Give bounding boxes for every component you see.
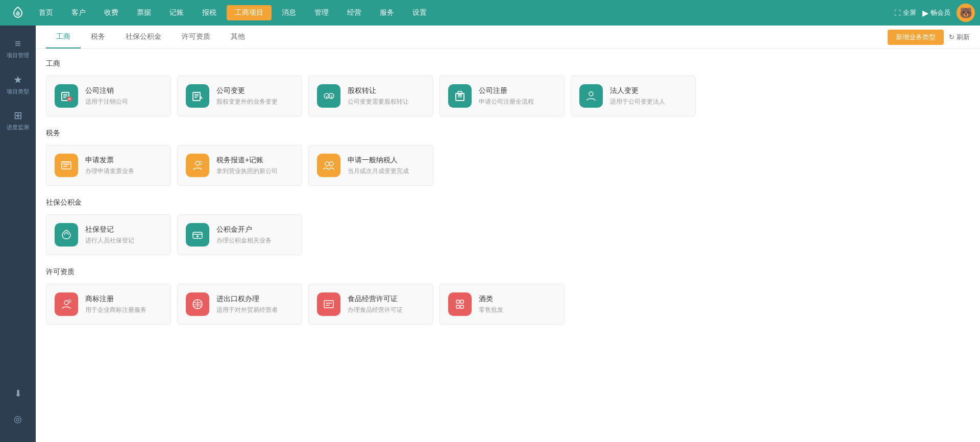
svg-rect-22 [62, 162, 71, 164]
section-shuiwu: 税务 申请发票 办理申请发票 [46, 129, 970, 186]
svg-point-26 [325, 162, 329, 166]
card-title-company-change: 公司变更 [216, 86, 278, 95]
sidebar-download-icon[interactable]: ⬇ [0, 381, 36, 406]
card-company-change[interactable]: 公司变更 股权变更外的业务变更 [177, 76, 302, 116]
cards-grid-shebao: 社保登记 进行人员社保登记 公积 [46, 214, 970, 255]
scroll-content[interactable]: 工商 [36, 49, 980, 442]
card-desc-apply-invoice: 办理申请发票业务 [85, 167, 134, 176]
svg-rect-6 [193, 92, 200, 101]
logo [5, 0, 31, 26]
card-desc-tax-account: 拿到营业执照的新公司 [216, 167, 278, 176]
svg-rect-42 [460, 300, 463, 303]
tab-gongshang[interactable]: 工商 [46, 26, 81, 48]
card-title-equity-transfer: 股权转让 [348, 86, 409, 95]
card-provident-fund[interactable]: 公积金开户 办理公积金相关业务 [177, 214, 302, 255]
section-gongshang: 工商 [46, 59, 970, 116]
nav-bizproject[interactable]: 工商项目 [227, 5, 272, 20]
card-icon-provident-fund [186, 223, 209, 247]
sidebar-item-project-type[interactable]: ★ 项目类型 [0, 66, 36, 102]
card-title-liquor: 酒类 [479, 294, 503, 304]
sidebar-settings-icon[interactable]: ◎ [0, 406, 36, 432]
refresh-button[interactable]: ↻ 刷新 [949, 33, 970, 42]
svg-rect-43 [456, 305, 459, 308]
nav-home[interactable]: 首页 [31, 5, 61, 20]
card-title-food-license: 食品经营许可证 [348, 294, 403, 304]
card-legal-change[interactable]: 法人变更 适用于公司变更法人 [571, 76, 696, 116]
project-manage-icon: ≡ [15, 38, 21, 50]
tab-other[interactable]: 其他 [220, 26, 255, 48]
nav-operation[interactable]: 经营 [339, 5, 370, 20]
card-food-license[interactable]: 食品经营许可证 办理食品经营许可证 [308, 284, 433, 325]
tab-xuke[interactable]: 许可资质 [172, 26, 220, 48]
nav-message[interactable]: 消息 [274, 5, 304, 20]
card-desc-liquor: 零售批发 [479, 306, 503, 314]
card-title-company-register: 公司注册 [479, 86, 534, 95]
card-general-taxpayer[interactable]: 申请一般纳税人 当月或次月成变更完成 [308, 145, 433, 186]
section-title-shebao: 社保公积金 [46, 198, 970, 207]
card-desc-trademark: 用于企业商标注册服务 [85, 306, 146, 314]
card-icon-import-export [186, 292, 209, 316]
progress-monitor-icon: ⊞ [14, 109, 22, 121]
card-title-social-insurance: 社保登记 [85, 225, 134, 234]
card-tax-account[interactable]: + 税务报道+记账 拿到营业执照的新公司 [177, 145, 302, 186]
card-equity-transfer[interactable]: ¥ $ 股权转让 公司变更需要股权转让 [308, 76, 433, 116]
card-title-legal-change: 法人变更 [610, 86, 665, 95]
project-type-icon: ★ [13, 73, 22, 86]
fullscreen-button[interactable]: ⛶ 全屏 [894, 8, 916, 17]
card-title-general-taxpayer: 申请一般纳税人 [348, 156, 409, 165]
vip-icon: ▶ [922, 8, 928, 18]
svg-text:¥: ¥ [325, 94, 328, 99]
vip-button[interactable]: ▶ 畅会员 [922, 8, 950, 18]
card-icon-equity-transfer: ¥ $ [317, 84, 340, 108]
card-import-export[interactable]: 进出口权办理 适用于对外贸易经营者 [177, 284, 302, 325]
tab-shuiwu[interactable]: 税务 [81, 26, 115, 48]
card-title-company-cancel: 公司注销 [85, 86, 128, 95]
tab-shebao[interactable]: 社保公积金 [115, 26, 172, 48]
card-liquor[interactable]: 酒类 零售批发 [439, 284, 565, 325]
top-navigation: 首页 客户 收费 票据 记账 报税 工商项目 消息 管理 经营 服务 设置 ⛶ … [0, 0, 980, 26]
nav-tax[interactable]: 报税 [194, 5, 225, 20]
avatar[interactable]: 🐻 [957, 4, 975, 22]
card-company-register[interactable]: 公司注册 申请公司注册全流程 [439, 76, 565, 116]
refresh-icon: ↻ [949, 33, 954, 41]
card-icon-social-insurance [55, 223, 78, 247]
svg-text:$: $ [330, 94, 333, 99]
top-nav-right: ⛶ 全屏 ▶ 畅会员 🐻 [894, 4, 975, 22]
left-sidebar: ≡ 项目管理 ★ 项目类型 ⊞ 进度监测 ⬇ ◎ [0, 26, 36, 442]
main-layout: ≡ 项目管理 ★ 项目类型 ⊞ 进度监测 ⬇ ◎ 工商 税务 社保公积金 许可资… [0, 26, 980, 442]
nav-client[interactable]: 客户 [63, 5, 94, 20]
nav-fee[interactable]: 收费 [96, 5, 127, 20]
nav-manage[interactable]: 管理 [306, 5, 337, 20]
card-icon-general-taxpayer [317, 154, 340, 177]
section-xuke: 许可资质 商标注册 [46, 267, 970, 325]
card-desc-company-change: 股权变更外的业务变更 [216, 97, 278, 106]
svg-text:+: + [200, 162, 202, 165]
top-nav-menu: 首页 客户 收费 票据 记账 报税 工商项目 消息 管理 经营 服务 设置 [31, 5, 894, 20]
nav-bill[interactable]: 票据 [129, 5, 159, 20]
svg-point-30 [197, 235, 199, 237]
sidebar-item-project-manage[interactable]: ≡ 项目管理 [0, 31, 36, 66]
card-title-apply-invoice: 申请发票 [85, 156, 134, 165]
new-type-button[interactable]: 新增业务类型 [888, 30, 944, 45]
sidebar-bottom: ⬇ ◎ [0, 381, 36, 442]
card-social-insurance[interactable]: 社保登记 进行人员社保登记 [46, 214, 171, 255]
card-desc-general-taxpayer: 当月或次月成变更完成 [348, 167, 409, 176]
card-title-import-export: 进出口权办理 [216, 294, 278, 304]
card-company-cancel[interactable]: 公司注销 适用于注销公司 [46, 76, 171, 116]
svg-point-27 [329, 162, 333, 166]
svg-point-18 [589, 92, 593, 96]
section-title-shuiwu: 税务 [46, 129, 970, 138]
card-desc-company-cancel: 适用于注销公司 [85, 97, 128, 106]
card-icon-company-cancel [55, 84, 78, 108]
card-apply-invoice[interactable]: 申请发票 办理申请发票业务 [46, 145, 171, 186]
section-title-gongshang: 工商 [46, 59, 970, 68]
card-desc-import-export: 适用于对外贸易经营者 [216, 306, 278, 314]
card-icon-company-change [186, 84, 209, 108]
nav-service[interactable]: 服务 [372, 5, 402, 20]
card-trademark[interactable]: 商标注册 用于企业商标注册服务 [46, 284, 171, 325]
nav-account[interactable]: 记账 [161, 5, 192, 20]
card-icon-legal-change [579, 84, 603, 108]
section-title-xuke: 许可资质 [46, 267, 970, 277]
nav-settings[interactable]: 设置 [404, 5, 435, 20]
sidebar-item-progress-monitor[interactable]: ⊞ 进度监测 [0, 102, 36, 138]
